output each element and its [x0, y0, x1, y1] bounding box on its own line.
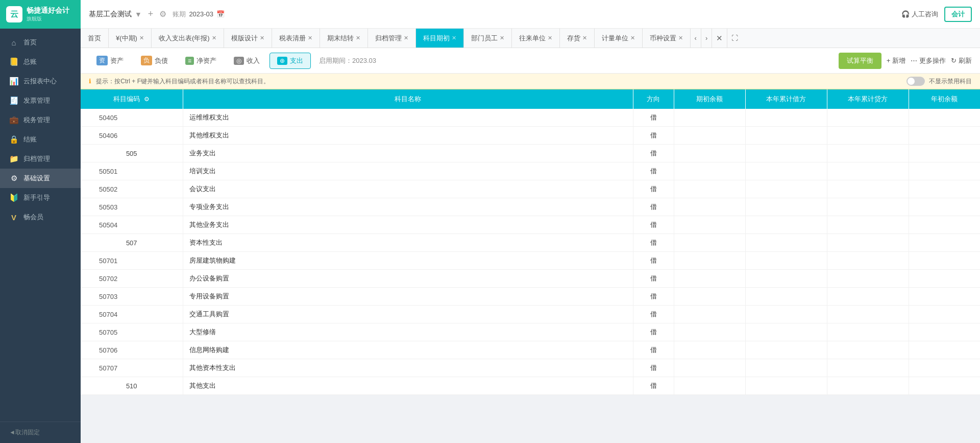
tab-tax-clear[interactable]: 税表清册 ✕	[272, 29, 320, 48]
tab-contacts[interactable]: 往来单位 ✕	[512, 29, 560, 48]
tab-expand-btn[interactable]: ⛶	[727, 29, 742, 48]
table-row[interactable]: 50705大型修缮借	[81, 323, 980, 341]
table-row[interactable]: 50504其他业务支出借	[81, 216, 980, 234]
add-new-btn[interactable]: + 新增	[887, 56, 905, 65]
table-row[interactable]: 507资本性支出借	[81, 234, 980, 252]
sidebar-item-tax[interactable]: 💼 税务管理	[0, 110, 81, 130]
tab-close-archive[interactable]: ✕	[404, 35, 408, 41]
tab-template[interactable]: 模版设计 ✕	[224, 29, 272, 48]
cell-ytd-debit	[745, 377, 827, 395]
more-ops-btn[interactable]: ⋯ 更多操作	[911, 56, 946, 65]
table-row[interactable]: 50704交通工具购置借	[81, 306, 980, 323]
table-row[interactable]: 510其他支出借	[81, 377, 980, 395]
subtab-equity[interactable]: ≡ 净资产	[178, 53, 224, 69]
disable-toggle[interactable]: 不显示禁用科目	[906, 77, 972, 86]
table-row[interactable]: 50702办公设备购置借	[81, 270, 980, 288]
cell-ytd-credit	[827, 234, 909, 252]
toggle-switch-control[interactable]	[906, 77, 925, 86]
tab-close-currency[interactable]: ✕	[678, 35, 683, 41]
tab-unit[interactable]: 计量单位 ✕	[595, 29, 643, 48]
invoice-icon: 🧾	[9, 96, 18, 105]
tab-close-all-btn[interactable]: ✕	[712, 29, 727, 48]
tab-close-period-end[interactable]: ✕	[356, 35, 360, 41]
sidebar-item-close[interactable]: 🔒 结账	[0, 130, 81, 149]
account-btn[interactable]: 会计	[944, 7, 972, 22]
cell-year-balance	[909, 323, 980, 341]
table-row[interactable]: 505业务支出借	[81, 145, 980, 162]
cell-ytd-credit	[827, 359, 909, 377]
cell-ytd-debit	[745, 109, 827, 127]
table-row[interactable]: 50405运维维权支出借	[81, 109, 980, 127]
cell-ytd-debit	[745, 180, 827, 198]
table-row[interactable]: 50703专用设备购置借	[81, 288, 980, 306]
tab-close-income[interactable]: ✕	[212, 35, 216, 41]
tab-close-tax[interactable]: ✕	[308, 35, 312, 41]
subtab-liability[interactable]: 负 负债	[133, 52, 176, 69]
help-btn[interactable]: 🎧 人工咨询	[901, 10, 938, 19]
cell-code: 505	[81, 145, 183, 162]
cell-ytd-credit	[827, 270, 909, 288]
tab-archive[interactable]: 归档管理 ✕	[368, 29, 416, 48]
sidebar-item-member[interactable]: V 畅会员	[0, 207, 81, 227]
sidebar-item-archive[interactable]: 📁 归档管理	[0, 149, 81, 169]
table-row[interactable]: 50503专项业务支出借	[81, 198, 980, 216]
cell-opening-balance	[674, 109, 745, 127]
calendar-icon[interactable]: 📅	[216, 10, 225, 18]
tab-close-inventory[interactable]: ✕	[582, 35, 587, 41]
table-row[interactable]: 50501培训支出借	[81, 162, 980, 180]
tab-period-end[interactable]: 期末结转 ✕	[320, 29, 368, 48]
header-name: 科目名称	[183, 89, 633, 109]
topbar-right: 🎧 人工咨询 会计	[901, 7, 972, 22]
tab-subject-init[interactable]: 科目期初 ✕	[416, 29, 464, 48]
tab-close-template[interactable]: ✕	[260, 35, 264, 41]
tab-dept[interactable]: 部门员工 ✕	[464, 29, 512, 48]
topbar-add-btn[interactable]: +	[148, 9, 154, 19]
tab-home[interactable]: 首页	[81, 29, 109, 48]
sidebar-item-ledger[interactable]: 📒 总账	[0, 52, 81, 72]
topbar-settings-btn[interactable]: ⚙	[159, 9, 166, 19]
sidebar-item-reports[interactable]: 📊 云报表中心	[0, 72, 81, 91]
tab-prev-btn[interactable]: ‹	[691, 29, 701, 48]
sidebar-item-guide[interactable]: 🔰 新手引导	[0, 188, 81, 207]
cell-opening-balance	[674, 180, 745, 198]
cell-opening-balance	[674, 377, 745, 395]
archive-icon: 📁	[9, 154, 18, 164]
income-icon: ◎	[234, 57, 244, 65]
tab-inventory[interactable]: 存货 ✕	[560, 29, 595, 48]
sidebar-collapse-btn[interactable]: ◄取消固定	[0, 422, 81, 443]
subtab-expense[interactable]: ⊕ 支出	[270, 53, 311, 69]
period-label: 账期	[173, 10, 186, 19]
table-row[interactable]: 50502会议支出借	[81, 180, 980, 198]
subtab-asset[interactable]: 资 资产	[89, 52, 131, 69]
refresh-btn[interactable]: ↻ 刷新	[951, 56, 972, 65]
tab-close-unit[interactable]: ✕	[630, 35, 635, 41]
cell-code: 507	[81, 234, 183, 252]
table-scroll[interactable]: 科目编码 ⚙ 科目名称 方向 期初余额 本年累计借方 本年累计贷方 年初余额 5	[81, 89, 980, 443]
cell-name: 房屋建筑物购建	[183, 252, 633, 270]
cell-ytd-debit	[745, 127, 827, 145]
tab-close-interim[interactable]: ✕	[139, 35, 144, 41]
tab-income[interactable]: 收入支出表(年报) ✕	[152, 29, 224, 48]
subtab-income[interactable]: ◎ 收入	[226, 53, 267, 69]
cell-name: 运维维权支出	[183, 109, 633, 127]
tab-close-subject[interactable]: ✕	[452, 35, 456, 41]
table-row[interactable]: 50706信息网络购建借	[81, 341, 980, 359]
column-settings-icon[interactable]: ⚙	[144, 96, 150, 103]
trial-balance-btn[interactable]: 试算平衡	[839, 53, 881, 69]
table-row[interactable]: 50406其他维权支出借	[81, 127, 980, 145]
sidebar-item-invoice[interactable]: 🧾 发票管理	[0, 91, 81, 110]
tab-next-btn[interactable]: ›	[701, 29, 712, 48]
tab-interim[interactable]: ¥(中期) ✕	[109, 29, 152, 48]
table-row[interactable]: 50707其他资本性支出借	[81, 359, 980, 377]
tab-currency[interactable]: 币种设置 ✕	[643, 29, 691, 48]
table-row[interactable]: 50701房屋建筑物购建借	[81, 252, 980, 270]
topbar-project[interactable]: 基层工会测试 ▼	[89, 10, 142, 19]
cell-direction: 借	[633, 180, 674, 198]
tab-close-dept[interactable]: ✕	[500, 35, 504, 41]
cell-code: 50705	[81, 323, 183, 341]
cell-name: 交通工具购置	[183, 306, 633, 323]
sidebar-item-home[interactable]: ⌂ 首页	[0, 33, 81, 52]
cell-ytd-debit	[745, 162, 827, 180]
sidebar-item-settings[interactable]: ⚙ 基础设置	[0, 169, 81, 188]
tab-close-contacts[interactable]: ✕	[548, 35, 552, 41]
